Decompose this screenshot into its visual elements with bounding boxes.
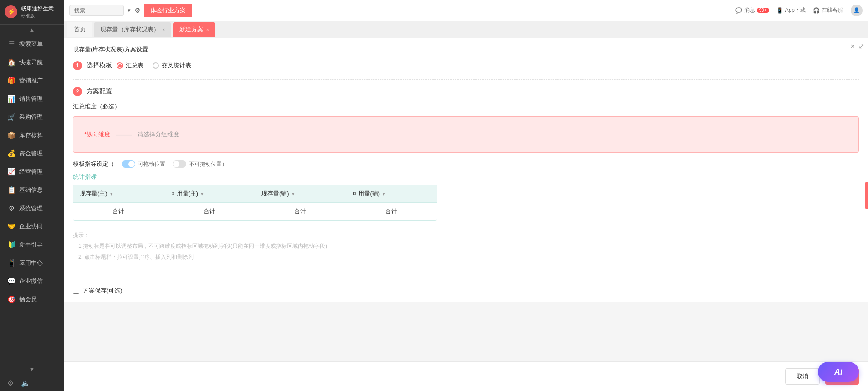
- sidebar-item-operations[interactable]: 📈 经营管理: [0, 163, 64, 181]
- close-btn[interactable]: ×: [851, 42, 855, 51]
- non-draggable-label: 不可拖动位置）: [189, 160, 227, 168]
- tab-new-plan[interactable]: 新建方案 ×: [173, 22, 215, 37]
- col2-chevron: ▾: [201, 191, 204, 197]
- tip-2: 2. 点击标题栏下拉可设置排序、插入列和删除列: [73, 252, 859, 262]
- sidebar-item-label: 搜索菜单: [19, 40, 43, 48]
- footer-bar: 取消 查询: [64, 361, 868, 391]
- save-option: 方案保存(可选): [64, 279, 868, 302]
- col3-label: 现存量(辅): [261, 190, 289, 198]
- chart-icon: 📊: [7, 95, 15, 103]
- topbar-gear-icon[interactable]: ⚙: [134, 6, 140, 15]
- sidebar-logo: ⚡ 畅康通好生意 标准版: [0, 0, 64, 25]
- tab-close-new-plan[interactable]: ×: [206, 27, 209, 32]
- tab-inventory[interactable]: 现存量（库存状况表） ×: [94, 22, 171, 37]
- topbar-dropdown-icon[interactable]: ▾: [128, 7, 131, 14]
- save-checkbox[interactable]: [73, 288, 79, 294]
- tab-close-inventory[interactable]: ×: [162, 27, 165, 32]
- col-header-3[interactable]: 现存量(辅) ▾: [255, 185, 346, 202]
- col3-chevron: ▾: [292, 191, 295, 197]
- settings-bottom-icon[interactable]: ⚙: [7, 379, 14, 387]
- message-badge: 99+: [757, 8, 769, 13]
- radio-summary-indicator: [117, 62, 123, 69]
- topbar-right: 💬 消息 99+ 📱 App下载 🎧 在线客服 👤: [735, 5, 863, 16]
- mobile-download-icon: 📱: [776, 7, 783, 14]
- section2-num: 2: [73, 87, 82, 96]
- tabbar: 首页 现存量（库存状况表） × 新建方案 ×: [64, 21, 868, 38]
- sidebar-item-guide[interactable]: 🔰 新手引导: [0, 236, 64, 254]
- cell-1-4: 合计: [346, 203, 437, 220]
- sidebar-item-appstore[interactable]: 📱 应用中心: [0, 254, 64, 272]
- section1-num: 1: [73, 61, 82, 70]
- box-icon: 📦: [7, 131, 15, 139]
- dimension-area[interactable]: *纵向维度 —— 请选择分组维度: [73, 116, 859, 153]
- cell-1-1: 合计: [73, 203, 164, 220]
- handshake-icon: 🤝: [7, 222, 15, 231]
- col-header-4[interactable]: 可用量(辅) ▾: [346, 185, 437, 202]
- indicators-header: 模板指标设定（ 可拖动位置 不可拖动位置）: [73, 160, 859, 168]
- tab-home[interactable]: 首页: [67, 22, 92, 37]
- section2-title: 方案配置: [87, 87, 112, 96]
- col-header-1[interactable]: 现存量(主) ▾: [73, 185, 164, 202]
- logo-icon: ⚡: [5, 5, 17, 18]
- right-edge-handle[interactable]: [865, 182, 868, 209]
- dim-arrow: ——: [116, 130, 132, 139]
- user-avatar[interactable]: 👤: [851, 5, 863, 16]
- cell-1-2: 合计: [164, 203, 255, 220]
- search-input[interactable]: [69, 5, 124, 16]
- customer-service-link[interactable]: 🎧 在线客服: [813, 6, 843, 14]
- sidebar-item-basic[interactable]: 📋 基础信息: [0, 181, 64, 199]
- sidebar-item-marketing[interactable]: 🎁 营销推广: [0, 72, 64, 90]
- customer-service-label: 在线客服: [822, 6, 843, 14]
- tab-new-plan-label: 新建方案: [179, 26, 203, 34]
- message-icon: 💬: [735, 7, 742, 14]
- sidebar-item-label: 基础信息: [19, 186, 43, 194]
- topbar: ▾ ⚙ 体验行业方案 💬 消息 99+ 📱 App下载 🎧 在线客服 👤: [64, 0, 868, 21]
- expand-btn[interactable]: ⤢: [858, 42, 864, 51]
- sidebar-item-wechat[interactable]: 💬 企业微信: [0, 272, 64, 290]
- draggable-label: 可拖动位置: [138, 160, 165, 168]
- summary-dimension-label: 汇总维度（必选）: [73, 103, 859, 111]
- sidebar-item-label: 畅会员: [19, 295, 37, 304]
- scroll-down-icon[interactable]: ▼: [0, 364, 64, 375]
- cancel-button[interactable]: 取消: [785, 368, 820, 385]
- save-label: 方案保存(可选): [83, 287, 123, 295]
- tip-1: 1.拖动标题栏可以调整布局，不可跨维度或指标区域拖动列字段(只能在同一维度或指标…: [73, 241, 859, 252]
- section2-header: 2 方案配置: [73, 87, 859, 96]
- topbar-left: ▾ ⚙ 体验行业方案: [69, 4, 731, 17]
- stats-table-header: 现存量(主) ▾ 可用量(主) ▾ 现存量(辅) ▾ 可用量(辅): [73, 185, 437, 202]
- col-header-2[interactable]: 可用量(主) ▾: [164, 185, 255, 202]
- sidebar-item-label: 经营管理: [19, 168, 43, 176]
- sidebar-item-finance[interactable]: 💰 资金管理: [0, 144, 64, 163]
- sidebar-item-member[interactable]: 🎯 畅会员: [0, 290, 64, 309]
- scroll-up-icon[interactable]: ▲: [0, 25, 64, 35]
- ai-float-button[interactable]: Ai: [818, 362, 859, 382]
- settings-panel: × ⤢ 现存量(库存状况表)方案设置 1 选择模板 汇总表: [64, 38, 868, 279]
- cart-icon: 🛒: [7, 113, 15, 121]
- message-area[interactable]: 💬 消息 99+: [735, 6, 769, 14]
- speaker-icon[interactable]: 🔈: [21, 379, 30, 387]
- sidebar-item-quicknav[interactable]: 🏠 快捷导航: [0, 53, 64, 72]
- sidebar-item-system[interactable]: ⚙ 系统管理: [0, 199, 64, 217]
- app-download-link[interactable]: 📱 App下载: [776, 6, 806, 14]
- section-template: 1 选择模板 汇总表 交叉统计表: [73, 61, 859, 70]
- trial-btn[interactable]: 体验行业方案: [144, 4, 192, 17]
- col4-chevron: ▾: [383, 191, 385, 197]
- sidebar-item-search[interactable]: ☰ 搜索菜单: [0, 35, 64, 53]
- col1-label: 现存量(主): [80, 190, 107, 198]
- section-config: 2 方案配置 汇总维度（必选） *纵向维度 —— 请选择分组维度 模板指标设定（…: [73, 79, 859, 262]
- sidebar-item-sales[interactable]: 📊 销售管理: [0, 90, 64, 108]
- sidebar-item-purchase[interactable]: 🛒 采购管理: [0, 108, 64, 126]
- col2-label: 可用量(主): [171, 190, 199, 198]
- stats-table: 现存量(主) ▾ 可用量(主) ▾ 现存量(辅) ▾ 可用量(辅): [73, 185, 437, 221]
- radio-summary-label: 汇总表: [126, 62, 143, 70]
- non-draggable-toggle: 不可拖动位置）: [173, 160, 227, 168]
- sidebar-item-label: 企业微信: [19, 277, 43, 285]
- app-download-label: App下载: [785, 6, 806, 14]
- template-options: 汇总表 交叉统计表: [117, 62, 191, 70]
- sidebar-item-enterprise[interactable]: 🤝 企业协同: [0, 217, 64, 236]
- radio-summary-table[interactable]: 汇总表: [117, 62, 143, 70]
- section1-title: 选择模板: [87, 62, 112, 70]
- draggable-toggle[interactable]: 可拖动位置: [122, 160, 165, 168]
- radio-cross-table[interactable]: 交叉统计表: [153, 62, 191, 70]
- sidebar-item-inventory[interactable]: 📦 库存核算: [0, 126, 64, 144]
